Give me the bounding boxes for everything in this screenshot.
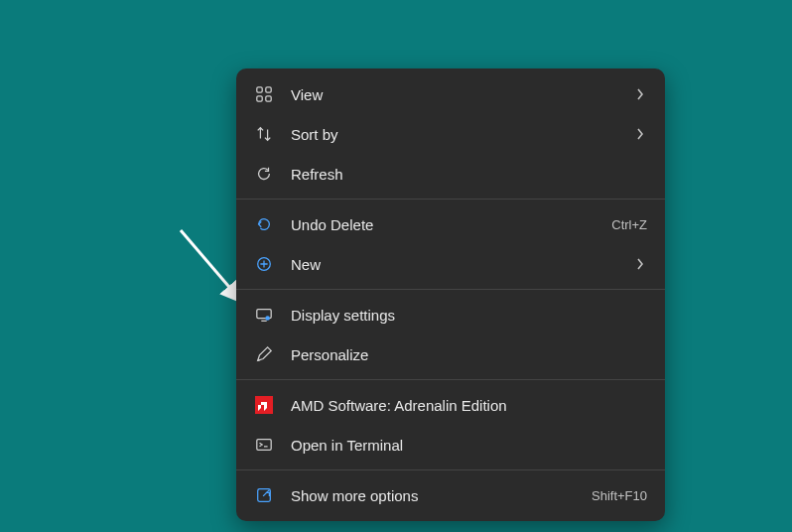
menu-label: Show more options [291, 487, 592, 504]
chevron-right-icon [633, 258, 647, 270]
svg-rect-8 [257, 440, 271, 451]
amd-icon [254, 395, 274, 415]
display-icon [254, 305, 274, 325]
menu-label: Undo Delete [291, 216, 611, 233]
menu-label: New [291, 256, 633, 273]
menu-item-open-terminal[interactable]: Open in Terminal [236, 425, 665, 465]
menu-separator [236, 379, 665, 380]
menu-shortcut: Shift+F10 [592, 488, 647, 503]
menu-item-amd-software[interactable]: AMD Software: Adrenalin Edition [236, 385, 665, 425]
menu-separator [236, 289, 665, 290]
menu-label: View [291, 86, 633, 103]
menu-label: Refresh [291, 166, 647, 183]
menu-label: Personalize [291, 346, 647, 363]
more-options-icon [254, 485, 274, 505]
new-icon [254, 254, 274, 274]
menu-label: Sort by [291, 126, 633, 143]
menu-label: Display settings [291, 307, 647, 324]
chevron-right-icon [633, 88, 647, 100]
svg-rect-4 [266, 96, 271, 101]
sort-icon [254, 124, 274, 144]
menu-separator [236, 199, 665, 200]
svg-rect-2 [266, 87, 271, 92]
menu-item-show-more-options[interactable]: Show more options Shift+F10 [236, 475, 665, 515]
undo-icon [254, 214, 274, 234]
svg-rect-1 [257, 87, 262, 92]
menu-item-undo-delete[interactable]: Undo Delete Ctrl+Z [236, 204, 665, 244]
menu-separator [236, 469, 665, 470]
desktop-context-menu: View Sort by Refresh Undo Dele [236, 68, 665, 521]
menu-label: AMD Software: Adrenalin Edition [291, 397, 647, 414]
menu-item-personalize[interactable]: Personalize [236, 334, 665, 374]
menu-item-refresh[interactable]: Refresh [236, 154, 665, 194]
menu-item-sort-by[interactable]: Sort by [236, 114, 665, 154]
chevron-right-icon [633, 128, 647, 140]
svg-line-0 [181, 230, 240, 300]
menu-shortcut: Ctrl+Z [611, 217, 647, 232]
menu-label: Open in Terminal [291, 437, 647, 454]
personalize-icon [254, 344, 274, 364]
menu-item-view[interactable]: View [236, 74, 665, 114]
menu-item-display-settings[interactable]: Display settings [236, 295, 665, 334]
menu-item-new[interactable]: New [236, 244, 665, 284]
refresh-icon [254, 164, 274, 184]
svg-rect-3 [257, 96, 262, 101]
terminal-icon [254, 435, 274, 455]
grid-icon [254, 84, 274, 104]
svg-point-7 [265, 316, 270, 321]
